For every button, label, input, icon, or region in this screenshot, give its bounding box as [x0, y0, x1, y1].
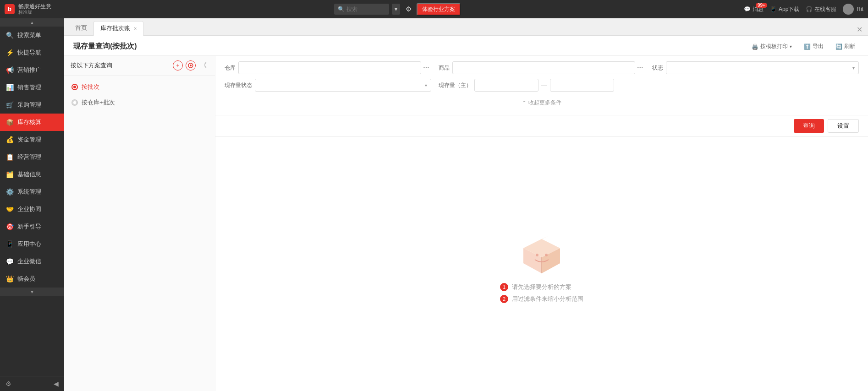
product-input[interactable] — [452, 61, 635, 74]
app-name: 畅康通好生意 — [18, 3, 51, 10]
sidebar-item-label: 搜索菜单 — [17, 31, 41, 39]
sidebar-item-appcenter[interactable]: 📱 应用中心 — [0, 235, 64, 253]
online-service-label: 在线客服 — [814, 5, 836, 13]
filter-row-1: 仓库 ··· 商品 ··· 状态 — [225, 61, 859, 74]
message-icon: 💬 — [744, 6, 751, 12]
sidebar-scroll-up[interactable]: ▲ — [0, 18, 64, 27]
sidebar-item-newguide[interactable]: 🎯 新手引导 — [0, 218, 64, 235]
add-filter-button[interactable]: + — [173, 60, 183, 71]
sidebar-settings-icon[interactable]: ⚙ — [5, 380, 11, 387]
filter-row-2: 现存量状态 ▾ 现存量（主） — — [225, 79, 859, 92]
search-input[interactable] — [346, 6, 383, 12]
radio-by-batch — [71, 84, 78, 90]
experience-button[interactable]: 体验行业方案 — [417, 3, 461, 16]
sidebar-item-operations[interactable]: 📋 经营管理 — [0, 148, 64, 166]
sidebar-item-label: 企业协同 — [17, 205, 41, 213]
filter-item-by-warehouse-batch[interactable]: 按仓库+批次 — [64, 95, 215, 110]
clipboard-icon: 📋 — [5, 153, 14, 161]
sidebar-bottom: ⚙ ◀ — [0, 376, 64, 391]
tab-close-icon[interactable]: × — [134, 26, 137, 31]
empty-state: 1 请先选择要分析的方案 2 用过滤条件来缩小分析范围 — [215, 137, 868, 391]
sidebar-item-search[interactable]: 🔍 搜索菜单 — [0, 27, 64, 44]
collapse-more-conditions[interactable]: ⌃ 收起更多条件 — [225, 96, 859, 109]
sidebar-item-label: 系统管理 — [17, 188, 41, 196]
inventory-status-label: 现存量状态 — [225, 81, 252, 89]
topbar-search-box[interactable]: 🔍 — [334, 4, 389, 15]
filter-panel: 按以下方案查询 + 《 — [64, 56, 215, 391]
warehouse-more-icon[interactable]: ··· — [421, 64, 431, 72]
query-filters: 仓库 ··· 商品 ··· 状态 — [215, 56, 868, 115]
mobile-icon: 📱 — [5, 240, 14, 248]
status-dropdown-icon: ▾ — [852, 65, 855, 71]
svg-point-9 — [545, 254, 548, 256]
refresh-button[interactable]: 🔄 刷新 — [832, 41, 859, 52]
tab-home[interactable]: 首页 — [69, 21, 93, 35]
folder-icon: 🗂️ — [5, 170, 14, 179]
sidebar-item-label: 库存核算 — [17, 118, 41, 126]
sidebar-item-system[interactable]: ⚙️ 系统管理 — [0, 183, 64, 201]
tab-inventory-batch-label: 库存批次账 — [100, 24, 130, 33]
tab-bar: 首页 库存批次账 × ✕ — [64, 18, 868, 36]
app-download-button[interactable]: 📱 App下载 — [770, 5, 799, 13]
sidebar-item-finance[interactable]: 💰 资金管理 — [0, 131, 64, 148]
sidebar-item-wechat[interactable]: 💬 企业微信 — [0, 253, 64, 270]
inventory-qty-min-input[interactable] — [474, 79, 538, 92]
filter-panel-actions: + 《 — [173, 60, 209, 71]
export-button[interactable]: ⬆️ 导出 — [800, 41, 827, 52]
messages-badge: 99+ — [756, 3, 767, 8]
tab-inventory-batch[interactable]: 库存批次账 × — [93, 21, 143, 36]
sidebar-item-vip[interactable]: 👑 畅会员 — [0, 270, 64, 288]
sidebar-item-label: 快捷导航 — [17, 49, 41, 57]
export-icon: ⬆️ — [804, 43, 811, 50]
filter-item-by-batch[interactable]: 按批次 — [64, 79, 215, 95]
page-header: 现存量查询(按批次) 🖨️ 按模板打印 ▾ ⬆️ 导出 🔄 刷新 — [64, 36, 868, 56]
main-layout: ▲ 🔍 搜索菜单 ⚡ 快捷导航 📢 营销推广 📊 销售管理 🛒 采购管理 📦 库… — [0, 18, 868, 391]
filter-item-label: 按批次 — [82, 83, 99, 91]
sidebar-scroll-down[interactable]: ▼ — [0, 288, 64, 296]
warehouse-field: 仓库 ··· — [225, 61, 431, 74]
product-field: 商品 ··· — [439, 61, 645, 74]
topbar-gear-icon[interactable]: ⚙ — [403, 4, 414, 15]
user-info[interactable]: Rit — [843, 4, 863, 15]
sidebar-item-sales[interactable]: 📊 销售管理 — [0, 79, 64, 96]
query-button[interactable]: 查询 — [794, 119, 824, 133]
sidebar-item-enterprise[interactable]: 🤝 企业协同 — [0, 201, 64, 218]
chevron-down-icon: ▾ — [790, 44, 792, 49]
settings-button[interactable]: 设置 — [828, 119, 859, 133]
chart-icon: 📊 — [5, 83, 14, 92]
refresh-icon: 🔄 — [835, 43, 842, 50]
settings-wheel-icon — [188, 63, 193, 68]
status-field: 状态 ▾ — [652, 61, 859, 74]
warehouse-label: 仓库 — [225, 64, 236, 72]
messages-button[interactable]: 💬 消息 99+ — [744, 5, 764, 13]
sidebar-collapse-icon[interactable]: ◀ — [54, 380, 59, 387]
product-more-icon[interactable]: ··· — [635, 64, 645, 72]
inventory-status-field: 现存量状态 ▾ — [225, 79, 431, 92]
sidebar-item-basic[interactable]: 🗂️ 基础信息 — [0, 166, 64, 183]
print-template-button[interactable]: 🖨️ 按模板打印 ▾ — [748, 41, 796, 52]
online-service-button[interactable]: 🎧 在线客服 — [806, 5, 836, 13]
chat-icon: 💬 — [5, 257, 14, 266]
sidebar: ▲ 🔍 搜索菜单 ⚡ 快捷导航 📢 营销推广 📊 销售管理 🛒 采购管理 📦 库… — [0, 18, 64, 391]
svg-point-8 — [536, 254, 538, 256]
inventory-status-select[interactable]: ▾ — [255, 79, 431, 92]
gear-icon: ⚙️ — [5, 188, 14, 196]
tabbar-close-button[interactable]: ✕ — [857, 25, 863, 34]
inventory-qty-max-input[interactable] — [550, 79, 614, 92]
status-select[interactable]: ▾ — [666, 61, 859, 74]
tab-home-label: 首页 — [75, 24, 87, 32]
sidebar-item-label: 新手引导 — [17, 223, 41, 231]
sidebar-item-inventory[interactable]: 📦 库存核算 — [0, 114, 64, 131]
sidebar-item-quicknav[interactable]: ⚡ 快捷导航 — [0, 44, 64, 61]
warehouse-input[interactable] — [238, 61, 421, 74]
sidebar-item-marketing[interactable]: 📢 营销推广 — [0, 61, 64, 79]
filter-settings-icon[interactable] — [186, 60, 196, 71]
sidebar-item-purchase[interactable]: 🛒 采购管理 — [0, 96, 64, 114]
sidebar-item-label: 经营管理 — [17, 153, 41, 161]
step-2-number: 2 — [500, 295, 508, 303]
inventory-status-dropdown-icon: ▾ — [425, 83, 427, 88]
collapse-panel-button[interactable]: 《 — [198, 60, 209, 71]
filter-main-area: 按以下方案查询 + 《 — [64, 56, 868, 391]
sidebar-item-label: 应用中心 — [17, 240, 41, 248]
topbar-dropdown[interactable]: ▾ — [392, 4, 400, 15]
